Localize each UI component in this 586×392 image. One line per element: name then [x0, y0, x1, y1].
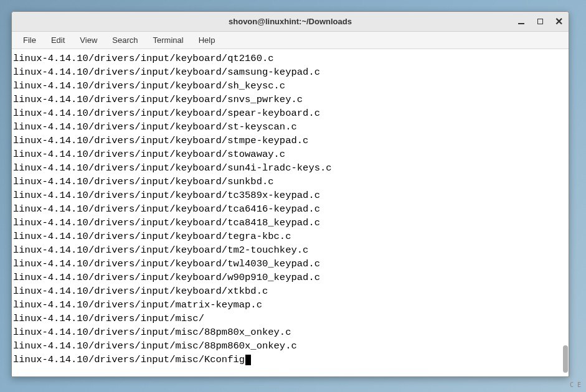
terminal-line: linux-4.14.10/drivers/input/keyboard/tm2… — [13, 243, 567, 257]
terminal-line: linux-4.14.10/drivers/input/keyboard/sun… — [13, 161, 567, 175]
maximize-button[interactable] — [534, 16, 546, 28]
window-controls: ✕ — [515, 16, 565, 28]
minimize-icon — [518, 23, 524, 24]
close-button[interactable]: ✕ — [552, 16, 565, 28]
terminal-line: linux-4.14.10/drivers/input/keyboard/xtk… — [13, 284, 567, 298]
terminal-line: linux-4.14.10/drivers/input/keyboard/qt2… — [13, 52, 567, 65]
terminal-line: linux-4.14.10/drivers/input/misc/Kconfig — [13, 353, 567, 366]
maximize-icon — [537, 19, 543, 24]
close-icon: ✕ — [555, 17, 563, 27]
terminal-line: linux-4.14.10/drivers/input/misc/88pm80x… — [13, 325, 567, 339]
menu-terminal[interactable]: Terminal — [146, 33, 191, 47]
menu-view[interactable]: View — [72, 33, 105, 47]
terminal-line: linux-4.14.10/drivers/input/keyboard/sto… — [13, 147, 567, 161]
terminal-line: linux-4.14.10/drivers/input/keyboard/tc3… — [13, 189, 567, 202]
scrollbar-thumb[interactable] — [563, 345, 568, 373]
terminal-line: linux-4.14.10/drivers/input/keyboard/w90… — [13, 271, 567, 284]
terminal-line: linux-4.14.10/drivers/input/keyboard/twl… — [13, 257, 567, 271]
menu-edit[interactable]: Edit — [44, 33, 72, 47]
minimize-button[interactable] — [515, 16, 527, 28]
terminal-line: linux-4.14.10/drivers/input/keyboard/spe… — [13, 106, 567, 120]
terminal-line: linux-4.14.10/drivers/input/keyboard/teg… — [13, 230, 567, 243]
terminal-window: shovon@linuxhint:~/Downloads ✕ File Edit… — [11, 11, 569, 377]
terminal-line: linux-4.14.10/drivers/input/keyboard/tca… — [13, 216, 567, 230]
terminal-line: linux-4.14.10/drivers/input/keyboard/snv… — [13, 93, 567, 106]
terminal-line: linux-4.14.10/drivers/input/keyboard/sam… — [13, 65, 567, 79]
menu-help[interactable]: Help — [191, 33, 223, 47]
terminal-line: linux-4.14.10/drivers/input/keyboard/stm… — [13, 134, 567, 147]
status-indicator: C E — [570, 381, 581, 388]
menu-bar: File Edit View Search Terminal Help — [12, 32, 569, 49]
title-bar[interactable]: shovon@linuxhint:~/Downloads ✕ — [12, 12, 569, 32]
menu-file[interactable]: File — [16, 33, 44, 47]
terminal-line: linux-4.14.10/drivers/input/keyboard/sh_… — [13, 79, 567, 93]
terminal-line: linux-4.14.10/drivers/input/misc/ — [13, 312, 567, 325]
menu-search[interactable]: Search — [105, 33, 145, 47]
terminal-output[interactable]: linux-4.14.10/drivers/input/keyboard/qt2… — [12, 49, 569, 376]
terminal-cursor — [245, 355, 251, 365]
terminal-line: linux-4.14.10/drivers/input/keyboard/tca… — [13, 202, 567, 216]
terminal-line: linux-4.14.10/drivers/input/misc/88pm860… — [13, 339, 567, 353]
window-title: shovon@linuxhint:~/Downloads — [229, 17, 352, 26]
terminal-line: linux-4.14.10/drivers/input/keyboard/sun… — [13, 175, 567, 189]
terminal-line: linux-4.14.10/drivers/input/matrix-keyma… — [13, 298, 567, 312]
terminal-line: linux-4.14.10/drivers/input/keyboard/st-… — [13, 120, 567, 134]
